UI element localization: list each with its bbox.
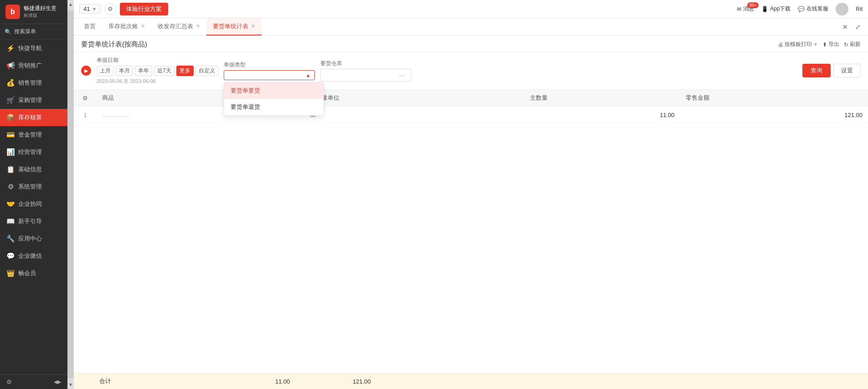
search-label: 搜索菜单 [14,28,36,36]
tabbar-right: ✕ ⤢ [839,21,864,32]
app-center-label: 应用中心 [18,235,42,243]
print-button[interactable]: 🖨 按模板打印 ▼ [778,41,818,48]
more-options-icon[interactable]: ··· [396,71,407,80]
th-gear[interactable]: ⚙ [74,90,97,107]
inventory-icon: 📦 [6,113,15,122]
sidebar-item-finance[interactable]: 💳 资金管理 [0,126,67,143]
finance-icon: 💳 [6,131,15,139]
topbar-left: 41 ▼ ⚙ 体验行业方案 [79,3,732,15]
main-area: 41 ▼ ⚙ 体验行业方案 ✉ 消息 99+ 📱 App下载 💬 在线客服 [74,0,868,389]
tab-order-stats-close[interactable]: ✕ [251,23,255,29]
dropdown-item-yaohuo[interactable]: 要货单要货 [224,82,324,99]
warehouse-input[interactable]: ··· [320,69,411,82]
type-dropdown-arrow[interactable]: ▲ [306,72,311,78]
tab-summary-label: 收发存汇总表 [158,22,193,31]
tab-home[interactable]: 首页 [77,18,102,36]
tab-order-stats[interactable]: 要货单统计表 ✕ [206,18,262,36]
cell-amount: 121.00 [680,107,868,123]
print-icon: 🖨 [778,41,783,48]
cell-quantity: 11.00 [524,107,680,123]
footer-label: 合计 [79,377,111,385]
trial-button[interactable]: 体验行业方案 [120,3,168,15]
date-last-7days[interactable]: 近7天 [154,66,175,76]
th-amount: 零售金额 [680,90,868,107]
footer-toggle-icon[interactable]: ◀▶ [54,379,61,385]
message-button[interactable]: ✉ 消息 99+ [737,5,754,13]
inventory-label: 库存核算 [18,113,42,122]
warehouse-input-field[interactable] [324,72,396,78]
date-this-year[interactable]: 本年 [135,66,152,76]
sidebar-item-inventory[interactable]: 📦 库存核算 [0,109,67,126]
sidebar-item-app-center[interactable]: 🔧 应用中心 [0,230,67,247]
message-badge: 99+ [747,2,759,8]
wechat-icon: 💬 [6,252,15,260]
settings-button[interactable]: 设置 [833,64,861,77]
th-unit: 主计量单位 [304,90,524,107]
query-button[interactable]: 查询 [802,64,831,77]
filter-date-group: 单据日期 上月 本月 本年 近7天 更多 自定义 2023-05-06 至 20… [97,56,218,85]
filter-actions: 查询 设置 [802,64,861,77]
store-num: 41 [83,5,90,12]
sidebar-item-member[interactable]: 👑 畅会员 [0,265,67,282]
collab-icon: 🤝 [6,200,15,208]
sidebar-item-system[interactable]: ⚙ 系统管理 [0,178,67,195]
data-table: ⚙ 商品 主计量单位 主数量 零售金额 1 [74,90,868,123]
cell-index: 1 [74,107,97,123]
finance-label: 资金管理 [18,131,42,139]
logo-icon: b [5,5,20,19]
tab-home-label: 首页 [84,22,96,31]
date-last-month[interactable]: 上月 [97,66,114,76]
date-label: 单据日期 [97,56,218,64]
sidebar-search[interactable]: 🔍 搜索菜单 [0,24,67,40]
tabbar: 首页 库存批次账 ✕ 收发存汇总表 ✕ 要货单统计表 ✕ ✕ ⤢ [74,18,868,36]
sidebar-scrollbar: ▲ ▼ [67,0,74,389]
column-settings-icon[interactable]: ⚙ [82,95,88,102]
sidebar-item-purchase[interactable]: 🛒 采购管理 [0,92,67,109]
tab-inventory-batch[interactable]: 库存批次账 ✕ [102,18,151,36]
online-service-icon: 💬 [798,6,805,12]
type-label: 单据类型 [224,61,315,69]
sidebar-item-sales[interactable]: 💰 销售管理 [0,74,67,92]
filter-warehouse-group: 要货仓库 ··· [320,60,411,82]
type-input[interactable]: ▲ [224,70,315,80]
guide-icon: 📖 [6,217,15,225]
chevron-down-icon: ▼ [92,6,97,12]
window-close-btn[interactable]: ✕ [839,21,852,32]
topbar: 41 ▼ ⚙ 体验行业方案 ✉ 消息 99+ 📱 App下载 💬 在线客服 [74,0,868,18]
sidebar-item-quick-nav[interactable]: ⚡ 快捷导航 [0,40,67,57]
scroll-up-arrow[interactable]: ▲ [67,0,74,9]
sidebar-item-guide[interactable]: 📖 新手引导 [0,213,67,230]
sidebar-item-marketing[interactable]: 📢 营销推广 [0,57,67,74]
tab-order-stats-label: 要货单统计表 [213,22,248,31]
user-avatar[interactable] [836,3,848,15]
operations-icon: 📊 [6,148,15,156]
sidebar-item-wechat[interactable]: 💬 企业微信 [0,247,67,265]
tab-summary-close[interactable]: ✕ [196,23,200,29]
sidebar-item-collab[interactable]: 🤝 企业协同 [0,195,67,213]
sidebar: b 畅捷通好生意 标准版 🔍 搜索菜单 ⚡ 快捷导航 📢 营销推广 💰 销售管理… [0,0,67,389]
refresh-button[interactable]: ↻ 刷新 [844,41,861,48]
sidebar-item-operations[interactable]: 📊 经营管理 [0,143,67,161]
type-input-field[interactable] [228,72,306,78]
sidebar-item-basic-info[interactable]: 📋 基础信息 [0,161,67,178]
basic-info-label: 基础信息 [18,165,42,174]
date-custom[interactable]: 自定义 [195,66,218,76]
scroll-down-arrow[interactable]: ▼ [67,380,74,389]
footer-gear-icon[interactable]: ⚙ [6,379,12,385]
dropdown-item-tuihuo[interactable]: 要货单退货 [224,99,324,115]
date-range-text: 2023-05-06 至 2023-06-06 [97,78,218,85]
date-more[interactable]: 更多 [176,66,194,76]
export-button[interactable]: ⬆ 导出 [822,41,839,48]
tab-inventory-batch-close[interactable]: ✕ [141,23,145,29]
topbar-gear-button[interactable]: ⚙ [104,3,116,15]
tab-summary[interactable]: 收发存汇总表 ✕ [151,18,206,36]
date-this-month[interactable]: 本月 [116,66,133,76]
window-expand-btn[interactable]: ⤢ [852,21,864,32]
app-download-button[interactable]: 📱 App下载 [761,5,791,13]
quick-nav-label: 快捷导航 [18,44,42,52]
online-service-label: 在线客服 [806,5,828,13]
online-service-button[interactable]: 💬 在线客服 [798,5,828,13]
refresh-icon: ↻ [844,41,848,48]
filter-expand-button[interactable]: ▶ [81,66,91,76]
store-selector[interactable]: 41 ▼ [79,4,101,14]
